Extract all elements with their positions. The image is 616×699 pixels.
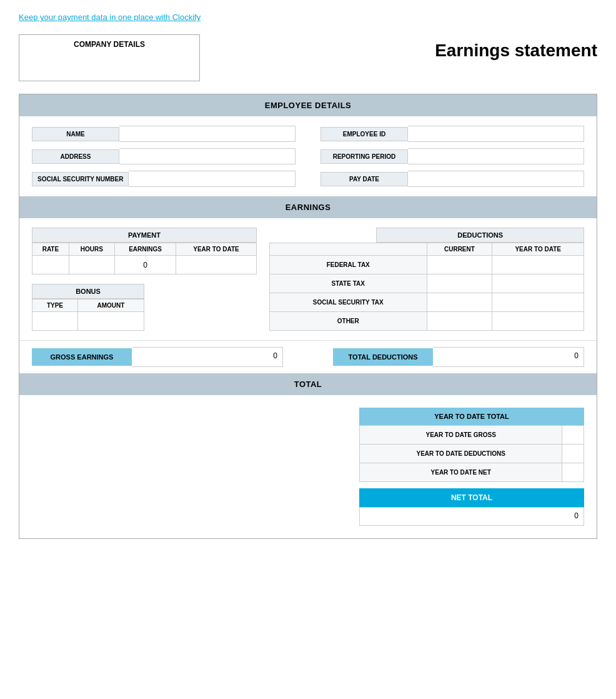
header-section: COMPANY DETAILS Earnings statement [19,34,597,81]
payment-section: PAYMENT RATE HOURS EARNINGS YEAR TO DATE [32,228,257,274]
ssn-value[interactable] [129,171,296,187]
reporting-period-value[interactable] [408,148,584,164]
ytd-total-block: YEAR TO DATE TOTAL YEAR TO DATE GROSS YE… [359,408,584,482]
name-field-row: NAME [32,126,296,142]
ytd-net-row: YEAR TO DATE NET [360,463,584,482]
payment-title: PAYMENT [32,228,257,243]
deductions-row-state: STATE TAX [270,274,584,293]
ytd-deductions-label: YEAR TO DATE DEDUCTIONS [360,445,562,463]
deductions-ytd-state[interactable] [492,274,584,293]
company-details-label: COMPANY DETAILS [74,40,145,49]
total-deductions-label: TOTAL DEDUCTIONS [333,348,433,366]
name-value[interactable] [119,126,296,142]
deductions-label-ss: SOCIAL SECURITY TAX [270,293,427,312]
deductions-title: DEDUCTIONS [376,228,584,243]
pay-date-field-row: PAY DATE [320,171,584,187]
page-title: Earnings statement [435,41,597,61]
total-deductions-value[interactable]: 0 [433,347,584,367]
earnings-header: EARNINGS [19,196,597,218]
bonus-amount-cell[interactable] [77,312,144,331]
employee-id-label: EMPLOYEE ID [320,127,408,141]
total-right: YEAR TO DATE TOTAL YEAR TO DATE GROSS YE… [359,408,584,526]
net-total-value[interactable]: 0 [359,507,584,526]
bonus-title: BONUS [32,284,144,299]
ytd-table: YEAR TO DATE GROSS YEAR TO DATE DEDUCTIO… [359,425,584,482]
totals-row: GROSS EARNINGS 0 TOTAL DEDUCTIONS 0 [19,340,597,373]
bonus-type-cell[interactable] [32,312,78,331]
ytd-net-value[interactable] [562,463,584,482]
deductions-row-ss: SOCIAL SECURITY TAX [270,293,584,312]
ytd-total-header: YEAR TO DATE TOTAL [359,408,584,425]
deductions-ytd-federal[interactable] [492,256,584,274]
ssn-label: SOCIAL SECURITY NUMBER [32,172,129,186]
deductions-header-row: CURRENT YEAR TO DATE [270,243,584,256]
payment-rate-cell[interactable] [32,256,69,274]
address-field-row: ADDRESS [32,148,296,164]
bonus-data-row [32,312,144,331]
payment-col-earnings: EARNINGS [115,243,176,256]
payment-col-ytd: YEAR TO DATE [176,243,257,256]
payment-header-row: RATE HOURS EARNINGS YEAR TO DATE [32,243,257,256]
pay-date-value[interactable] [408,171,584,187]
bonus-col-type: TYPE [32,299,78,312]
deductions-current-ss[interactable] [427,293,492,312]
gross-earnings-label: GROSS EARNINGS [32,348,132,366]
net-total-label: NET TOTAL [359,488,584,507]
payment-earnings-cell[interactable]: 0 [115,256,176,274]
payment-col-rate: RATE [32,243,69,256]
deductions-label-state: STATE TAX [270,274,427,293]
employee-details-grid: NAME EMPLOYEE ID ADDRESS REPORTIN [19,116,597,196]
deductions-label-federal: FEDERAL TAX [270,256,427,274]
bonus-col-amount: AMOUNT [77,299,144,312]
reporting-period-field-row: REPORTING PERIOD [320,148,584,164]
deductions-col-name [270,243,427,256]
company-details-box: COMPANY DETAILS [19,34,200,81]
deductions-current-other[interactable] [427,312,492,331]
deductions-title-row: DEDUCTIONS [269,228,584,243]
bonus-section: BONUS TYPE AMOUNT [32,284,144,331]
payment-table: RATE HOURS EARNINGS YEAR TO DATE 0 [32,243,257,274]
employee-details-header: EMPLOYEE DETAILS [19,94,597,116]
earnings-content: PAYMENT RATE HOURS EARNINGS YEAR TO DATE [19,218,597,340]
earnings-left: PAYMENT RATE HOURS EARNINGS YEAR TO DATE [32,228,257,331]
payment-hours-cell[interactable] [69,256,114,274]
deductions-ytd-ss[interactable] [492,293,584,312]
total-section-content: YEAR TO DATE TOTAL YEAR TO DATE GROSS YE… [19,395,597,538]
ssn-field-row: SOCIAL SECURITY NUMBER [32,171,296,187]
clockify-link[interactable]: Keep your payment data in one place with… [19,13,201,22]
main-card: EMPLOYEE DETAILS NAME EMPLOYEE ID ADDRES… [19,94,597,539]
ytd-gross-row: YEAR TO DATE GROSS [360,426,584,445]
deductions-col-current: CURRENT [427,243,492,256]
deductions-col-ytd: YEAR TO DATE [492,243,584,256]
pay-date-label: PAY DATE [320,172,408,186]
ytd-net-label: YEAR TO DATE NET [360,463,562,482]
name-label: NAME [32,127,119,141]
deductions-row-federal: FEDERAL TAX [270,256,584,274]
gross-earnings-block: GROSS EARNINGS 0 [32,347,283,367]
total-deductions-block: TOTAL DEDUCTIONS 0 [333,347,584,367]
employee-id-field-row: EMPLOYEE ID [320,126,584,142]
earnings-right: DEDUCTIONS CURRENT YEAR TO DATE FEDERAL … [269,228,584,331]
deductions-row-other: OTHER [270,312,584,331]
payment-data-row: 0 [32,256,257,274]
ytd-deductions-value[interactable] [562,445,584,463]
deductions-ytd-other[interactable] [492,312,584,331]
deductions-current-state[interactable] [427,274,492,293]
bonus-table: TYPE AMOUNT [32,299,144,331]
payment-ytd-cell[interactable] [176,256,257,274]
address-value[interactable] [119,148,296,164]
reporting-period-label: REPORTING PERIOD [320,149,408,164]
payment-col-hours: HOURS [69,243,114,256]
deductions-table: CURRENT YEAR TO DATE FEDERAL TAX STATE T… [269,243,584,331]
employee-id-value[interactable] [408,126,584,142]
address-label: ADDRESS [32,149,119,164]
bonus-header-row: TYPE AMOUNT [32,299,144,312]
deductions-label-other: OTHER [270,312,427,331]
gross-earnings-value[interactable]: 0 [132,347,283,367]
ytd-gross-label: YEAR TO DATE GROSS [360,426,562,445]
ytd-gross-value[interactable] [562,426,584,445]
deductions-current-federal[interactable] [427,256,492,274]
ytd-deductions-row: YEAR TO DATE DEDUCTIONS [360,445,584,463]
total-section-header: TOTAL [19,373,597,395]
